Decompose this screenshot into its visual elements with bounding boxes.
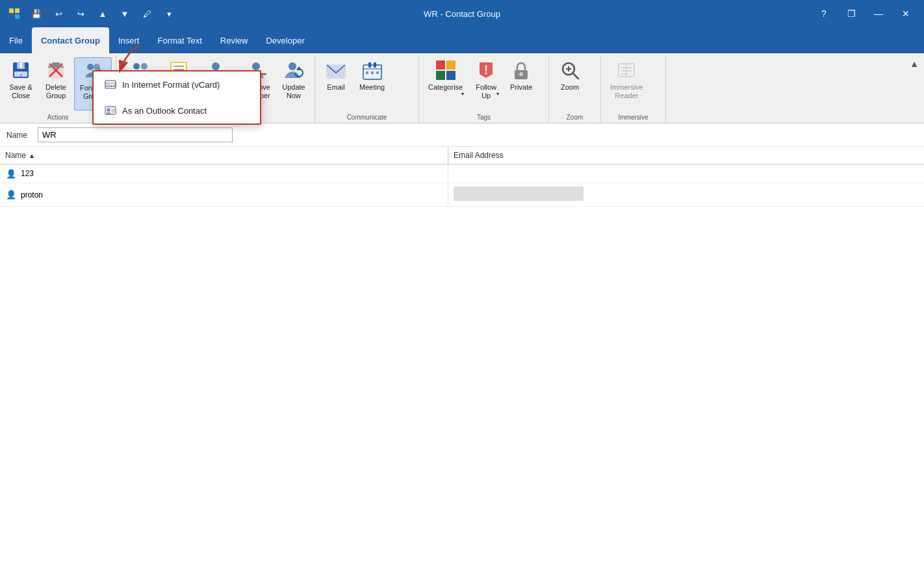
meeting-label: Meeting xyxy=(359,83,385,92)
svg-rect-1 xyxy=(15,8,19,13)
svg-text:vCard: vCard xyxy=(106,84,115,88)
window-title: WR - Contact Group xyxy=(424,9,500,19)
qat-more[interactable]: ▾ xyxy=(160,5,178,23)
qat-customize[interactable]: 🖊 xyxy=(138,5,156,23)
svg-rect-36 xyxy=(368,62,371,68)
row-2-name: proton xyxy=(21,190,43,200)
ribbon-group-immersive: ImmersiveReader Immersive xyxy=(601,56,666,123)
zoom-label: Zoom xyxy=(561,83,579,92)
svg-point-25 xyxy=(212,62,220,70)
outlook-contact-label: As an Outlook Contact xyxy=(122,106,207,116)
members-table: Name ▲ Email Address 👤 123 👤 proton xyxy=(0,147,924,583)
contact-icon-2: 👤 xyxy=(5,189,17,201)
svg-rect-41 xyxy=(436,60,445,70)
close-button[interactable]: ✕ xyxy=(893,0,919,27)
outlook-contact-menu-item[interactable]: As an Outlook Contact xyxy=(94,97,260,123)
qat-save[interactable]: 💾 xyxy=(27,5,45,23)
name-input[interactable] xyxy=(38,127,233,142)
header-name[interactable]: Name ▲ xyxy=(0,147,448,164)
menu-bar: File Contact Group Insert Format Text Re… xyxy=(0,27,924,53)
row-1-name: 123 xyxy=(21,169,34,178)
redacted-email xyxy=(454,187,584,201)
tags-label: Tags xyxy=(423,112,545,123)
svg-line-51 xyxy=(573,73,578,79)
svg-point-47 xyxy=(485,73,487,75)
svg-rect-3 xyxy=(15,14,19,19)
header-name-label: Name xyxy=(5,151,26,160)
row-1-email xyxy=(448,164,924,183)
row-1-name-cell: 👤 123 xyxy=(0,164,448,183)
save-close-label: Save &Close xyxy=(9,83,32,100)
table-row[interactable]: 👤 123 xyxy=(0,164,924,183)
zoom-button[interactable]: Zoom xyxy=(553,57,587,110)
name-field-label: Name xyxy=(6,131,32,140)
table-header: Name ▲ Email Address xyxy=(0,147,924,164)
ribbon-group-communicate: Email Meeting Communicate xyxy=(315,56,419,123)
svg-rect-40 xyxy=(376,71,379,74)
menu-review[interactable]: Review xyxy=(211,27,257,53)
qat-down[interactable]: ▼ xyxy=(116,5,134,23)
ribbon-group-tags: Categorise ▾ FollowUp ▾ xyxy=(419,56,549,123)
email-button[interactable]: Email xyxy=(319,57,353,110)
svg-point-29 xyxy=(252,62,260,70)
tags-content: Categorise ▾ FollowUp ▾ xyxy=(423,57,538,112)
menu-developer[interactable]: Developer xyxy=(257,27,313,53)
private-label: Private xyxy=(510,83,532,92)
svg-rect-0 xyxy=(9,8,14,13)
follow-up-button[interactable]: FollowUp ▾ xyxy=(469,57,503,110)
row-2-email xyxy=(448,183,924,206)
window-controls: ? ❐ — ✕ xyxy=(811,0,919,27)
table-row[interactable]: 👤 proton xyxy=(0,183,924,207)
email-label: Email xyxy=(327,83,345,92)
menu-contact-group[interactable]: Contact Group xyxy=(32,27,109,53)
follow-up-label: FollowUp xyxy=(476,83,496,100)
qat-redo[interactable]: ↪ xyxy=(71,5,90,23)
communicate-content: Email Meeting xyxy=(319,57,390,112)
forward-group-dropdown: vCard In Internet Format (vCard) As an O… xyxy=(92,70,261,125)
svg-rect-42 xyxy=(446,60,456,70)
svg-rect-38 xyxy=(366,71,368,74)
categorise-arrow: ▾ xyxy=(461,91,464,97)
menu-insert[interactable]: Insert xyxy=(109,27,149,53)
vcard-icon: vCard xyxy=(104,78,117,91)
title-bar: 💾 ↩ ↪ ▲ ▼ 🖊 ▾ WR - Contact Group ? ❐ — ✕ xyxy=(0,0,924,27)
menu-file[interactable]: File xyxy=(0,27,32,53)
svg-rect-6 xyxy=(19,63,22,68)
categorise-label: Categorise xyxy=(428,83,463,92)
ribbon-group-zoom: Zoom Zoom xyxy=(549,56,601,123)
svg-point-63 xyxy=(107,109,110,112)
update-now-label: UpdateNow xyxy=(282,83,305,100)
header-email-label: Email Address xyxy=(454,151,504,160)
svg-rect-44 xyxy=(446,71,456,80)
svg-rect-39 xyxy=(371,71,374,74)
menu-format-text[interactable]: Format Text xyxy=(148,27,211,53)
ribbon-collapse-button[interactable]: ▲ xyxy=(910,58,919,69)
contact-icon-1: 👤 xyxy=(5,168,17,179)
save-close-button[interactable]: ✓ Save &Close xyxy=(4,57,38,110)
categorise-button[interactable]: Categorise ▾ xyxy=(423,57,468,110)
title-bar-left: 💾 ↩ ↪ ▲ ▼ 🖊 ▾ xyxy=(5,5,178,23)
vcard-label: In Internet Format (vCard) xyxy=(122,80,220,90)
outlook-contact-icon xyxy=(104,104,117,117)
immersive-label: Immersive xyxy=(605,112,661,123)
zoom-content: Zoom xyxy=(553,57,587,112)
svg-rect-37 xyxy=(374,62,376,68)
qat-up[interactable]: ▲ xyxy=(94,5,112,23)
svg-rect-13 xyxy=(48,66,64,68)
qat-undo[interactable]: ↩ xyxy=(49,5,68,23)
svg-marker-32 xyxy=(296,66,302,70)
immersive-reader-button[interactable]: ImmersiveReader xyxy=(605,57,648,110)
update-now-button[interactable]: UpdateNow xyxy=(277,57,311,110)
svg-text:✓: ✓ xyxy=(19,73,23,77)
vcard-menu-item[interactable]: vCard In Internet Format (vCard) xyxy=(94,71,260,97)
header-email[interactable]: Email Address xyxy=(448,147,924,164)
meeting-button[interactable]: Meeting xyxy=(354,57,390,110)
delete-group-button[interactable]: DeleteGroup xyxy=(39,57,73,110)
restore-button[interactable]: ❐ xyxy=(838,0,864,27)
private-button[interactable]: Private xyxy=(504,57,538,110)
immersive-content: ImmersiveReader xyxy=(605,57,648,112)
minimize-button[interactable]: — xyxy=(866,0,892,27)
app-icon xyxy=(5,5,23,23)
follow-up-arrow: ▾ xyxy=(496,91,499,97)
help-button[interactable]: ? xyxy=(811,0,837,27)
